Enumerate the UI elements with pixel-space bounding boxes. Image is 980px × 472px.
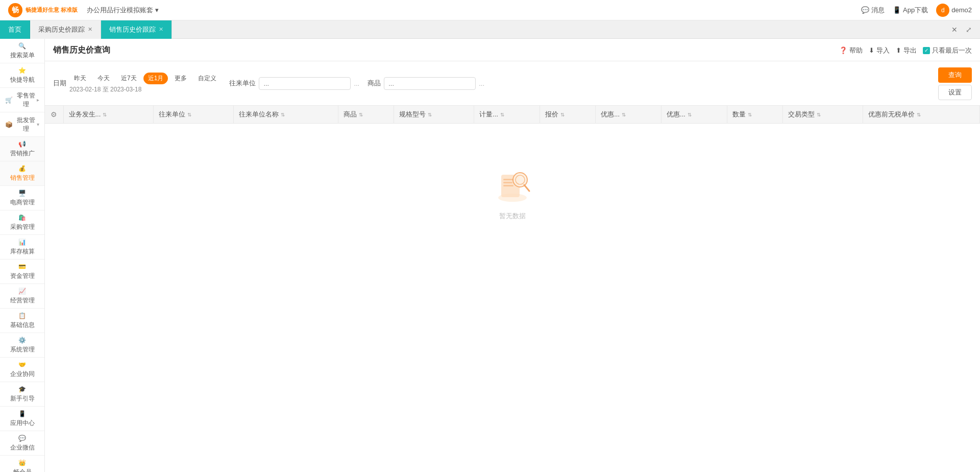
page-header-actions: ❓ 帮助 ⬇ 导入 ⬆ 导出 ✓ 只看最后一次: [839, 46, 972, 55]
th-trade-type[interactable]: 交易类型 ⇅: [783, 106, 863, 124]
sidebar-item-finance[interactable]: 💳 资金管理: [0, 259, 44, 284]
th-partner-name[interactable]: 往来单位名称 ⇅: [234, 106, 338, 124]
export-button[interactable]: ⬆ 导出: [896, 46, 917, 55]
product-input[interactable]: [384, 77, 476, 90]
settings-button[interactable]: 设置: [938, 85, 972, 100]
th-biz-date[interactable]: 业务发生... ⇅: [63, 106, 154, 124]
sidebar-label-inventory: 库存核算: [10, 247, 35, 256]
date-chip-last1m[interactable]: 近1月: [143, 73, 168, 84]
help-button[interactable]: ❓ 帮助: [839, 46, 863, 55]
tab-purchase-history-close[interactable]: ✕: [88, 26, 92, 33]
tab-sales-history-label: 销售历史价跟踪: [109, 25, 156, 34]
gear-icon[interactable]: ⚙: [51, 110, 57, 119]
filter-date-wrap: 昨天 今天 近7天 近1月 更多 自定义 2023-02-18 至 2023-0…: [69, 73, 221, 94]
sidebar-label-quick-nav: 快捷导航: [10, 76, 35, 84]
sidebar-item-marketing[interactable]: 📢 营销推广: [0, 137, 44, 161]
inventory-icon: 📊: [18, 239, 26, 246]
sidebar-item-retail-mgmt[interactable]: 🛒 零售管理 ▸: [0, 88, 44, 112]
sidebar-item-inventory[interactable]: 📊 库存核算: [0, 235, 44, 259]
date-chip-yesterday[interactable]: 昨天: [69, 73, 91, 84]
ecommerce-icon: 🖥️: [18, 190, 26, 197]
date-chip-custom[interactable]: 自定义: [193, 73, 221, 84]
avatar: d: [936, 4, 949, 17]
sys-icon: ⚙️: [18, 337, 26, 344]
th-discount2[interactable]: 优惠... ⇅: [662, 106, 727, 124]
app-download-label: App下载: [903, 6, 928, 15]
tab-purchase-history[interactable]: 采购历史价跟踪 ✕: [30, 20, 101, 39]
import-label: 导入: [876, 46, 890, 55]
th-pretax-price[interactable]: 优惠前无税单价 ⇅: [863, 106, 979, 124]
date-chip-last7[interactable]: 近7天: [116, 73, 141, 84]
sidebar-item-ops[interactable]: 📈 经营管理: [0, 284, 44, 309]
sort-icon-unit: ⇅: [500, 112, 504, 117]
th-discount1-label: 优惠...: [601, 110, 620, 119]
sidebar-item-purchase[interactable]: 🛍️ 采购管理: [0, 210, 44, 235]
sidebar-item-member[interactable]: 👑 畅会员: [0, 456, 44, 472]
sidebar-item-sales-mgmt[interactable]: 💰 销售管理: [0, 161, 44, 186]
app-selector[interactable]: 办公用品行业模拟账套 ▾: [83, 4, 163, 17]
th-discount2-label: 优惠...: [667, 110, 685, 119]
marketing-icon: 📢: [18, 140, 26, 148]
empty-state: 暂无数据: [45, 124, 980, 262]
date-chip-more[interactable]: 更多: [170, 73, 191, 84]
th-unit[interactable]: 计量... ⇅: [474, 106, 540, 124]
main-layout: 🔍 搜索菜单 ⭐ 快捷导航 🛒 零售管理 ▸ 📦 批发管理 ▾ 📢 营销推广: [0, 39, 980, 472]
app-download-button[interactable]: 📱 App下载: [893, 6, 928, 15]
logo-icon: 畅: [8, 3, 22, 17]
sidebar-item-search-menu[interactable]: 🔍 搜索菜单: [0, 39, 44, 63]
th-spec[interactable]: 规格型号 ⇅: [394, 106, 474, 124]
sidebar-item-ecommerce[interactable]: 🖥️ 电商管理: [0, 186, 44, 210]
filter-date-group: 日期 昨天 今天 近7天 近1月 更多 自定义 2023-02-18 至 202…: [53, 73, 221, 94]
partner-input[interactable]: [259, 77, 351, 90]
th-product[interactable]: 商品 ⇅: [338, 106, 394, 124]
table-area: ⚙ 业务发生... ⇅ 往来单位: [45, 106, 980, 472]
basic-info-icon: 📋: [18, 312, 26, 319]
sidebar-item-sys-mgmt[interactable]: ⚙️ 系统管理: [0, 333, 44, 358]
sidebar-item-enterprise-collab[interactable]: 🤝 企业协同: [0, 358, 44, 382]
th-quantity[interactable]: 数量 ⇅: [727, 106, 783, 124]
sidebar-item-wholesale-mgmt[interactable]: 📦 批发管理 ▾: [0, 112, 44, 137]
tab-close-all-button[interactable]: ✕: [949, 23, 960, 36]
sidebar-item-new-guide[interactable]: 🎓 新手引导: [0, 382, 44, 407]
empty-text: 暂无数据: [499, 211, 526, 221]
sort-icon-spec: ⇅: [428, 112, 432, 117]
tab-sales-history-close[interactable]: ✕: [159, 26, 163, 33]
th-pretax-price-label: 优惠前无税单价: [868, 110, 915, 119]
th-unit-label: 计量...: [479, 110, 498, 119]
finance-icon: 💳: [18, 263, 26, 270]
tab-maximize-button[interactable]: ⤢: [964, 23, 974, 36]
sidebar-label-basic-info: 基础信息: [10, 321, 35, 329]
user-menu[interactable]: d demo2: [936, 4, 972, 17]
sort-icon-product: ⇅: [359, 112, 363, 117]
date-range-text: 2023-02-18 至 2023-03-18: [69, 85, 221, 94]
sidebar-label-guide: 新手引导: [10, 394, 35, 403]
sidebar-label-wechat: 企业微信: [10, 443, 35, 452]
tab-sales-history[interactable]: 销售历史价跟踪 ✕: [101, 20, 172, 39]
import-button[interactable]: ⬇ 导入: [869, 46, 890, 55]
sidebar-label-sales: 销售管理: [10, 174, 35, 182]
tab-home-label: 首页: [8, 25, 21, 34]
query-button[interactable]: 查询: [938, 67, 972, 83]
guide-icon: 🎓: [18, 386, 26, 393]
sidebar-item-app-center[interactable]: 📱 应用中心: [0, 407, 44, 431]
sidebar-label-wholesale: 批发管理: [15, 116, 37, 133]
message-button[interactable]: 💬 消息: [861, 6, 885, 15]
export-icon: ⬆: [896, 46, 901, 54]
sort-icon-trade-type: ⇅: [817, 112, 821, 117]
th-partner-code[interactable]: 往来单位 ⇅: [154, 106, 234, 124]
th-settings[interactable]: ⚙: [45, 106, 63, 124]
th-discount1[interactable]: 优惠... ⇅: [596, 106, 662, 124]
sidebar: 🔍 搜索菜单 ⭐ 快捷导航 🛒 零售管理 ▸ 📦 批发管理 ▾ 📢 营销推广: [0, 39, 45, 472]
sidebar-label-retail: 零售管理: [15, 91, 37, 109]
sidebar-item-enterprise-wechat[interactable]: 💬 企业微信: [0, 431, 44, 456]
top-bar: 畅 畅捷通好生意 标准版 办公用品行业模拟账套 ▾ 💬 消息 📱 App下载 d…: [0, 0, 980, 20]
sidebar-item-quick-nav[interactable]: ⭐ 快捷导航: [0, 63, 44, 88]
sidebar-label-collab: 企业协同: [10, 370, 35, 379]
sidebar-label-app-center: 应用中心: [10, 419, 35, 428]
sidebar-item-basic-info[interactable]: 📋 基础信息: [0, 309, 44, 333]
th-price[interactable]: 报价 ⇅: [540, 106, 596, 124]
date-chip-today[interactable]: 今天: [93, 73, 114, 84]
only-last-checkbox[interactable]: ✓ 只看最后一次: [923, 46, 972, 55]
top-bar-right: 💬 消息 📱 App下载 d demo2: [861, 4, 972, 17]
tab-home[interactable]: 首页: [0, 20, 30, 39]
